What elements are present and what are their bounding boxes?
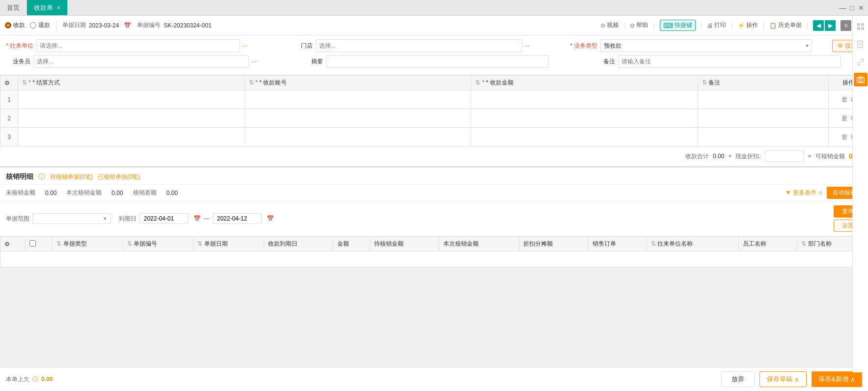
row-remark-3[interactable] [698,128,829,146]
row-amount-1[interactable] [471,90,698,109]
more-conditions-btn[interactable]: ▼ 更多条件 ∧ [785,189,823,197]
print-action[interactable]: 🖨 打印 [707,21,726,29]
delete-icon-2[interactable]: 🗑 [841,114,848,122]
history-label: 历史单据 [778,21,802,29]
save-new-btn[interactable]: 保存&新增 ∧ [812,371,862,387]
partner-field: * 往来单位 ··· [6,39,248,52]
list-view-btn[interactable]: ≡ [841,20,851,31]
svg-rect-0 [857,23,860,26]
biz-type-select[interactable]: 预收款 ▾ [600,39,812,52]
calendar-icon[interactable]: 📅 [124,22,131,29]
store-input[interactable] [316,39,522,52]
sidebar-icon-1[interactable] [854,20,868,33]
shortcut-action[interactable]: ⌨ 快捷键 [660,20,696,31]
remark-label: 备注 [591,57,615,66]
bottom-table-container: ⚙ ⇅ 单据类型 ⇅ 单据编号 ⇅ 单据日期 [0,236,868,267]
row-method-2[interactable] [18,109,245,128]
staff-more-btn[interactable]: ··· [251,57,257,65]
history-action[interactable]: 📋 历史单据 [769,21,802,29]
nav-arrows: ◀ ▶ [813,20,836,31]
bt-col-settings[interactable]: ⚙ [0,237,26,251]
video-action[interactable]: ⊙ 视频 [600,21,619,29]
bt-settings-icon: ⚙ [4,241,10,248]
cal-icon-from[interactable]: 📅 [193,215,201,222]
remark-input[interactable] [618,55,841,68]
date-value: 2023-03-24 [89,22,119,29]
svg-point-9 [859,79,862,82]
row-account-1[interactable] [244,90,471,109]
row-method-1[interactable] [18,90,245,109]
refund-radio[interactable]: 退款 [30,21,50,29]
current-val: 0.00 [111,190,123,196]
staff-input[interactable] [33,55,249,68]
tab-home[interactable]: 首页 [0,0,27,15]
row-method-3[interactable] [18,128,245,146]
sep4: | [731,22,732,29]
row-amount-3[interactable] [471,128,698,146]
row-account-3[interactable] [244,128,471,146]
table-settings-header[interactable]: ⚙ [0,76,18,90]
delete-icon-3[interactable]: 🗑 [841,133,848,141]
table-row: 1 🗑 ⧉ [0,90,868,109]
row-remark-1[interactable] [698,90,829,109]
settings-icon: ⚙ [4,80,10,86]
writeoff-info-icon[interactable]: ⓘ [38,172,45,181]
receipt-radio[interactable]: 收款 [5,21,25,29]
store-more-btn[interactable]: ··· [524,42,530,50]
row-num-3: 3 [0,128,18,146]
staff-label: 业务员 [6,57,30,66]
tab-receipt[interactable]: 收款单 × [27,0,68,15]
maximize-icon[interactable]: □ [850,4,854,12]
diff-val: 0.00 [166,190,178,196]
row-amount-2[interactable] [471,109,698,128]
summary-input[interactable] [326,55,549,68]
nav-next-btn[interactable]: ▶ [825,20,836,31]
partner-label: * 往来单位 [6,42,33,50]
date-separator: — [204,215,210,222]
minimize-icon[interactable]: — [840,4,846,12]
date-field: 单据日期 2023-03-24 📅 [62,21,131,29]
sort-icon4: ⇅ [702,79,707,86]
bt-col-checkbox[interactable] [26,237,53,251]
cal-icon-to[interactable]: 📅 [267,215,274,222]
staff-field: 业务员 ··· [6,55,256,68]
footer-actions: 放弃 保存草稿 ∧ 保存&新增 ∧ [721,371,862,387]
save-draft-btn[interactable]: 保存草稿 ∧ [760,371,807,387]
table-header-row: ⚙ ⇅ * * 结算方式 ⇅ * * 收款账号 ⇅ * * 收款金额 [0,76,868,90]
history-icon: 📋 [769,22,777,29]
stats-actions: ▼ 更多条件 ∧ 自动核销 [785,187,862,199]
date-from-input[interactable] [139,213,189,224]
divider1 [56,21,56,30]
current-label: 本次核销金额 [66,189,102,197]
cash-discount-input[interactable] [765,150,804,162]
range-select[interactable]: ▾ [32,213,111,224]
sidebar-icon-2[interactable] [854,37,868,51]
writeoff-area: 未核销金额 0.00 本次核销金额 0.00 核销差额 0.00 ▼ 更多条件 … [0,185,868,267]
abandon-btn[interactable]: 放弃 [721,371,755,387]
nav-prev-btn[interactable]: ◀ [813,20,824,31]
date-label: 单据日期 [62,21,86,29]
tab-close-icon[interactable]: × [57,4,60,11]
close-window-icon[interactable]: ✕ [858,4,864,12]
sep1: | [624,22,625,29]
help-action[interactable]: ⊙ 帮助 [630,21,648,29]
row-num-2: 2 [0,109,18,128]
select-all-checkbox[interactable] [29,240,36,247]
biz-type-arrow: ▾ [806,42,809,49]
form-row-2: 业务员 ··· 摘要 备注 [6,55,862,68]
table-header-amount: ⇅ * * 收款金额 [471,76,698,90]
delete-icon-1[interactable]: 🗑 [841,95,848,104]
pending-tab[interactable]: 待核销单据(0笔) [50,173,93,181]
sidebar-icon-4[interactable] [854,73,868,86]
partner-more-btn[interactable]: ··· [242,42,248,50]
date-to-input[interactable] [213,213,262,224]
partner-input[interactable] [36,39,240,52]
data-table-container: ⚙ ⇅ * * 结算方式 ⇅ * * 收款账号 ⇅ * * 收款金额 [0,75,868,146]
sidebar-icon-3[interactable] [854,55,868,69]
ops-action[interactable]: ⚡ 操作 [737,21,758,29]
row-remark-2[interactable] [698,109,829,128]
row-account-2[interactable] [244,109,471,128]
done-tab[interactable]: 已核销单据(0笔) [98,173,140,181]
print-icon: 🖨 [707,22,713,29]
form-row-1: * 往来单位 ··· 门店 ··· * 业务类型 预收款 ▾ ⚙ 设置 [6,39,862,52]
